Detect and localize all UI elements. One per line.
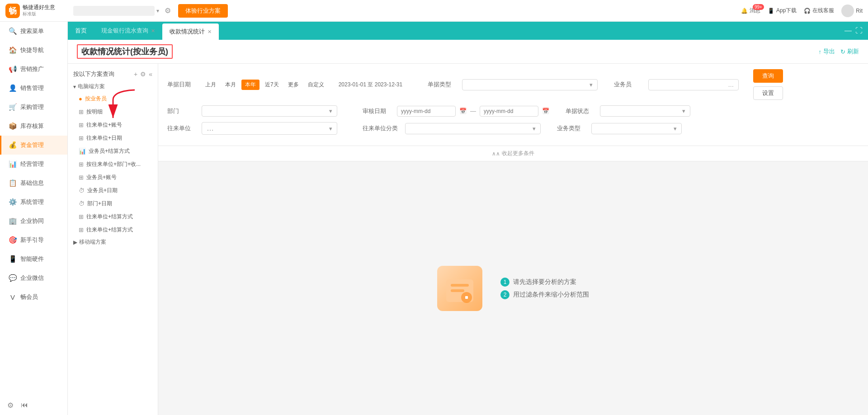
home-icon: 🏠 bbox=[9, 46, 17, 54]
date-tabs: 上月 本月 本年 近7天 更多 自定义 bbox=[202, 80, 328, 90]
lp-unit-dept-label: 按往来单位+部门+收... bbox=[86, 160, 141, 168]
tab-collection-close-icon[interactable]: ✕ bbox=[208, 29, 212, 35]
lp-item-unit-settle2[interactable]: ⊞ 往来单位+结算方式 bbox=[68, 223, 158, 236]
lp-section-pc-chevron-icon: ▾ bbox=[73, 84, 76, 90]
lp-unit-date-label: 往来单位+日期 bbox=[86, 134, 122, 142]
date-tab-this-year[interactable]: 本年 bbox=[241, 80, 259, 90]
counterparty-cat-select[interactable]: ▾ bbox=[405, 123, 541, 134]
lp-item-by-salesperson[interactable]: ● 按业务员 bbox=[68, 92, 158, 105]
lp-item-salesperson-settle[interactable]: 📊 业务员+结算方式 bbox=[68, 145, 158, 158]
settings-gear-icon[interactable]: ⚙ bbox=[165, 6, 171, 15]
date-tab-last-month[interactable]: 上月 bbox=[202, 80, 220, 90]
lp-item-salesperson-date[interactable]: ⏱ 业务员+日期 bbox=[68, 184, 158, 197]
audit-date-end-cal-icon[interactable]: 📅 bbox=[542, 108, 549, 114]
sidebar-item-system[interactable]: ⚙️ 系统管理 bbox=[0, 193, 67, 212]
sidebar-item-quicknav[interactable]: 🏠 快捷导航 bbox=[0, 41, 67, 60]
lp-item-by-detail[interactable]: ⊞ 按明细 bbox=[68, 105, 158, 118]
lp-item-dept-date[interactable]: ⏱ 部门+日期 bbox=[68, 197, 158, 210]
user-area[interactable]: Rit bbox=[841, 5, 863, 17]
tab-bank-close-icon[interactable]: ✕ bbox=[151, 28, 155, 34]
refresh-button[interactable]: ↻ 刷新 bbox=[840, 47, 859, 56]
lp-item-unit-dept-collection[interactable]: ⊞ 按往来单位+部门+收... bbox=[68, 158, 158, 171]
lp-item-unit-date[interactable]: ⊞ 往来单位+日期 bbox=[68, 132, 158, 145]
breadcrumb-input[interactable] bbox=[73, 6, 155, 16]
dept-select[interactable]: ▾ bbox=[202, 105, 337, 117]
left-panel-add-icon[interactable]: + bbox=[134, 71, 137, 78]
lp-item-unit-settle1[interactable]: ⊞ 往来单位+结算方式 bbox=[68, 210, 158, 223]
sidebar-item-finance[interactable]: 💰 资金管理 bbox=[0, 136, 67, 155]
export-button[interactable]: ↑ 导出 bbox=[819, 47, 835, 56]
sidebar-item-hardware-label: 智能硬件 bbox=[20, 255, 44, 263]
sidebar-item-basic[interactable]: 📋 基础信息 bbox=[0, 174, 67, 193]
salesperson-select[interactable]: … bbox=[648, 79, 739, 90]
tab-home[interactable]: 首页 bbox=[68, 22, 94, 40]
tab-fullscreen-icon[interactable]: ⛶ bbox=[855, 27, 863, 35]
step-1-num: 1 bbox=[500, 278, 509, 287]
bill-type-chevron-icon: ▾ bbox=[590, 81, 593, 88]
left-panel-collapse-icon[interactable]: « bbox=[149, 71, 152, 78]
date-tab-this-month[interactable]: 本月 bbox=[222, 80, 240, 90]
sidebar-item-newbie[interactable]: 🎯 新手引导 bbox=[0, 231, 67, 250]
sidebar-item-search[interactable]: 🔍 搜索菜单 bbox=[0, 22, 67, 41]
bell-icon: 🔔 bbox=[741, 8, 748, 14]
online-service-area[interactable]: 🎧 在线客服 bbox=[804, 7, 834, 14]
lp-item-salesperson-account[interactable]: ⊞ 业务员+账号 bbox=[68, 171, 158, 184]
audit-date-label: 审核日期 bbox=[363, 107, 390, 115]
audit-date-end-input[interactable] bbox=[480, 106, 538, 117]
business-type-label: 业务类型 bbox=[557, 124, 584, 132]
date-tab-more[interactable]: 更多 bbox=[284, 80, 302, 90]
lp-unit-date-icon: ⊞ bbox=[79, 135, 84, 141]
tab-collection[interactable]: 收款情况统计 ✕ bbox=[162, 24, 219, 40]
sidebar-item-system-label: 系统管理 bbox=[20, 198, 44, 206]
bill-type-select[interactable]: ▾ bbox=[462, 79, 598, 90]
sidebar-item-marketing[interactable]: 📢 营销推广 bbox=[0, 60, 67, 79]
collapse-sidebar-icon[interactable]: ⏮ bbox=[21, 401, 28, 410]
audit-date-start-input[interactable] bbox=[397, 106, 456, 117]
bill-status-select[interactable]: ▾ bbox=[600, 105, 690, 117]
collapse-label: 收起更多条件 bbox=[502, 150, 534, 157]
tab-bar-actions: — ⛶ bbox=[844, 27, 868, 35]
sidebar-item-wechat[interactable]: 💬 企业微信 bbox=[0, 269, 67, 288]
tab-bank[interactable]: 现金银行流水查询 ✕ bbox=[94, 22, 162, 40]
sidebar-item-sales[interactable]: 👤 销售管理 bbox=[0, 79, 67, 98]
collapse-bar[interactable]: ∧∧ 收起更多条件 bbox=[158, 146, 868, 161]
corp-icon: 🏢 bbox=[9, 217, 17, 225]
sidebar-item-vip[interactable]: V 畅会员 bbox=[0, 288, 67, 307]
lp-salesperson-icon: ● bbox=[79, 95, 82, 102]
main-layout: 🔍 搜索菜单 🏠 快捷导航 📢 营销推广 👤 销售管理 🛒 采购管理 📦 库存核… bbox=[0, 22, 868, 415]
app-download-area[interactable]: 📱 App下载 bbox=[768, 7, 797, 14]
date-tab-last7[interactable]: 近7天 bbox=[261, 80, 283, 90]
left-panel-title: 按以下方案查询 bbox=[73, 70, 114, 78]
settings-bottom-icon[interactable]: ⚙ bbox=[7, 401, 14, 410]
sidebar-item-warehouse[interactable]: 📦 库存核算 bbox=[0, 117, 67, 136]
basic-icon: 📋 bbox=[9, 179, 17, 187]
tab-minimize-icon[interactable]: — bbox=[844, 27, 852, 35]
lp-section-pc[interactable]: ▾ 电脑端方案 bbox=[68, 81, 158, 92]
sidebar-item-purchase[interactable]: 🛒 采购管理 bbox=[0, 98, 67, 117]
audit-date-start-cal-icon[interactable]: 📅 bbox=[459, 108, 467, 114]
refresh-icon: ↻ bbox=[840, 48, 845, 55]
vip-icon: V bbox=[9, 293, 17, 301]
sidebar-item-operation[interactable]: 📊 经营管理 bbox=[0, 155, 67, 174]
business-type-select[interactable]: ▾ bbox=[591, 123, 682, 134]
counterparty-select[interactable]: … ▾ bbox=[202, 122, 337, 135]
date-tab-custom[interactable]: 自定义 bbox=[304, 80, 328, 90]
sidebar-item-hardware[interactable]: 📱 智能硬件 bbox=[0, 250, 67, 269]
user-avatar bbox=[841, 5, 854, 17]
lp-section-mobile[interactable]: ▶ 移动端方案 bbox=[68, 236, 158, 248]
sidebar-item-corp[interactable]: 🏢 企业协同 bbox=[0, 212, 67, 231]
notification-area[interactable]: 🔔 消息 99+ bbox=[741, 7, 760, 14]
bill-status-chevron-icon: ▾ bbox=[682, 108, 685, 114]
left-panel-gear-icon[interactable]: ⚙ bbox=[140, 71, 146, 78]
export-label: 导出 bbox=[823, 47, 835, 56]
empty-step-2: 2 用过滤条件来缩小分析范围 bbox=[500, 290, 589, 299]
query-button[interactable]: 查询 bbox=[753, 69, 783, 83]
trial-button[interactable]: 体验行业方案 bbox=[178, 4, 228, 18]
wechat-icon: 💬 bbox=[9, 274, 17, 282]
audit-date-dash: — bbox=[470, 108, 476, 114]
settings-button[interactable]: 设置 bbox=[753, 86, 783, 100]
lp-item-unit-account[interactable]: ⊞ 往来单位+账号 bbox=[68, 118, 158, 132]
warehouse-icon: 📦 bbox=[9, 122, 17, 130]
newbie-icon: 🎯 bbox=[9, 236, 17, 244]
collapse-chevron-icon: ∧∧ bbox=[492, 151, 500, 157]
